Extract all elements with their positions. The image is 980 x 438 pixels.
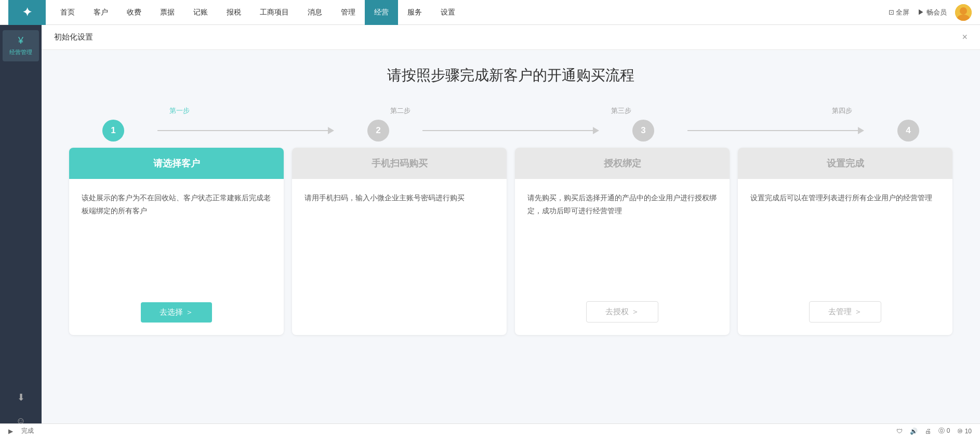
wizard-heading: 请按照步骤完成新客户的开通购买流程	[387, 66, 634, 85]
step-4-circle: 4	[897, 120, 919, 141]
nav-accounting[interactable]: 记账	[184, 0, 217, 25]
card-3-header: 授权绑定	[515, 148, 730, 179]
step-4-node: 4	[864, 120, 952, 141]
top-navigation: ✦ 首页 客户 收费 票据 记账 报税 工商项目 消息 管理 经营 服务 设置 …	[0, 0, 980, 25]
nav-settings[interactable]: 设置	[431, 0, 465, 25]
user-avatar[interactable]	[955, 4, 972, 21]
shield-icon: 🛡	[896, 428, 903, 435]
card-4-header: 设置完成	[738, 148, 952, 179]
nav-service[interactable]: 服务	[398, 0, 431, 25]
card-3-footer: 去授权 ＞	[515, 293, 730, 335]
step-card-3: 授权绑定 请先购买，购买后选择开通的产品中的企业用户进行授权绑定，成功后即可进行…	[515, 148, 730, 335]
step-card-4: 设置完成 设置完成后可以在管理列表进行所有企业用户的经营管理 去管理 ＞	[738, 148, 952, 335]
sidebar-item-label: 经营管理	[9, 48, 32, 56]
sidebar-item-operation[interactable]: ¥ 经营管理	[3, 30, 39, 61]
status-bar: ▶ 完成 🛡 🔊 🖨 ⓪ 0 ⑩ 10	[0, 423, 980, 438]
close-button[interactable]: ×	[962, 32, 968, 43]
card-4-body: 设置完成后可以在管理列表进行所有企业用户的经营管理	[738, 179, 952, 293]
nav-message[interactable]: 消息	[298, 0, 332, 25]
card-1-body: 该处展示的客户为不在回收站、客户状态正常建账后完成老板端绑定的所有客户	[69, 179, 284, 294]
nav-customer[interactable]: 客户	[84, 0, 117, 25]
sidebar-download[interactable]: ⬇	[3, 387, 39, 408]
nav-fee[interactable]: 收费	[117, 0, 151, 25]
step-3-label: 第三步	[511, 106, 732, 120]
svg-point-1	[960, 7, 967, 15]
logo-icon: ✦	[22, 6, 32, 19]
steps-row: 第一步 第二步 第三步 第四步 1 2	[69, 106, 952, 141]
nav-manage[interactable]: 管理	[332, 0, 365, 25]
step-labels-row: 第一步 第二步 第三步 第四步	[69, 106, 952, 120]
card-1-button[interactable]: 去选择 ＞	[141, 302, 211, 323]
volume-icon: 🔊	[910, 428, 918, 435]
operation-icon: ¥	[18, 35, 23, 46]
step-card-1: 请选择客户 该处展示的客户为不在回收站、客户状态正常建账后完成老板端绑定的所有客…	[69, 148, 284, 335]
zero-indicator: ⓪ 0	[938, 427, 950, 435]
nav-home[interactable]: 首页	[51, 0, 84, 25]
step-2-circle: 2	[367, 120, 389, 141]
nav-right-area: ⊡ 全屏 ▶ 畅会员	[889, 4, 972, 21]
card-2-body: 请用手机扫码，输入小微企业主账号密码进行购买	[292, 179, 507, 314]
page-header: 初始化设置 ×	[42, 25, 980, 50]
nav-operation[interactable]: 经营	[365, 0, 398, 25]
nav-tax[interactable]: 报税	[217, 0, 250, 25]
main-content: 初始化设置 × 请按照步骤完成新客户的开通购买流程 第一步 第二步 第三步 第四…	[42, 25, 980, 423]
step-4-label: 第四步	[732, 106, 952, 120]
step-3-node: 3	[599, 120, 687, 141]
card-4-button[interactable]: 去管理 ＞	[809, 301, 881, 323]
cards-row: 请选择客户 该处展示的客户为不在回收站、客户状态正常建账后完成老板端绑定的所有客…	[69, 148, 952, 335]
member-button[interactable]: ▶ 畅会员	[918, 8, 947, 17]
page-title: 初始化设置	[54, 32, 93, 42]
nav-invoice[interactable]: 票据	[151, 0, 184, 25]
card-4-footer: 去管理 ＞	[738, 293, 952, 335]
download-icon: ⬇	[17, 392, 25, 403]
ten-indicator: ⑩ 10	[957, 428, 972, 435]
card-2-footer	[292, 314, 507, 335]
step-1-circle: 1	[102, 120, 124, 141]
status-text: 完成	[21, 427, 34, 435]
left-sidebar: ¥ 经营管理 ⬇ ☺	[0, 25, 42, 438]
card-2-header: 手机扫码购买	[292, 148, 507, 179]
print-icon: 🖨	[925, 428, 931, 435]
wizard-container: 请按照步骤完成新客户的开通购买流程 第一步 第二步 第三步 第四步 1	[42, 50, 980, 351]
card-1-header: 请选择客户	[69, 148, 284, 179]
step-2-label: 第二步	[290, 106, 511, 120]
step-1-node: 1	[69, 120, 157, 141]
step-3-circle: 3	[632, 120, 654, 141]
step-2-node: 2	[334, 120, 422, 141]
app-logo: ✦	[8, 0, 46, 25]
fullscreen-button[interactable]: ⊡ 全屏	[889, 8, 910, 17]
card-1-footer: 去选择 ＞	[69, 294, 284, 335]
connector-1-2	[157, 127, 334, 134]
connector-2-3	[422, 127, 599, 134]
connector-3-4	[687, 127, 864, 134]
step-icons-row: 1 2 3	[69, 120, 952, 141]
card-3-body: 请先购买，购买后选择开通的产品中的企业用户进行授权绑定，成功后即可进行经营管理	[515, 179, 730, 293]
status-bar-right: 🛡 🔊 🖨 ⓪ 0 ⑩ 10	[896, 427, 972, 435]
step-1-label: 第一步	[69, 106, 290, 120]
play-icon: ▶	[8, 428, 13, 435]
step-card-2: 手机扫码购买 请用手机扫码，输入小微企业主账号密码进行购买	[292, 148, 507, 335]
card-3-button[interactable]: 去授权 ＞	[586, 301, 658, 323]
nav-business[interactable]: 工商项目	[250, 0, 298, 25]
